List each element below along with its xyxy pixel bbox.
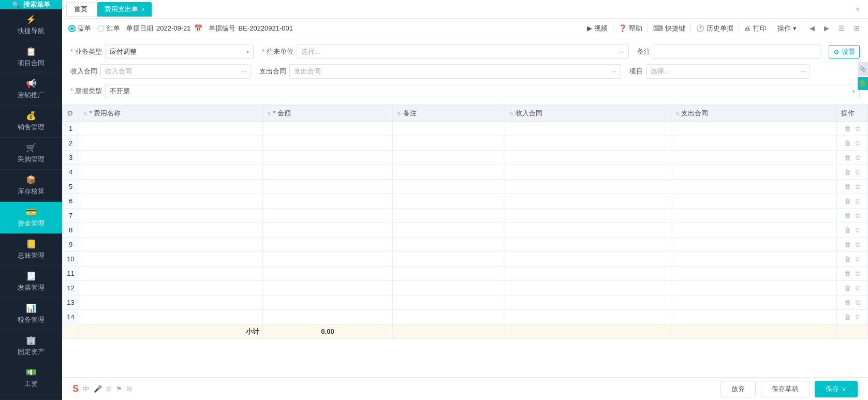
delete-icon[interactable]: 🗑 [844,168,851,176]
copy-icon[interactable]: ⧉ [856,197,860,205]
copy-icon[interactable]: ⧉ [856,226,860,234]
cell-name[interactable] [79,310,263,324]
table-row[interactable]: 11 🗑 ⧉ [63,266,868,281]
cell-amount[interactable] [262,252,392,266]
cell-remark[interactable] [393,295,505,310]
tab-close-icon[interactable]: × [141,6,144,12]
cell-remark[interactable] [393,136,505,151]
sidebar-item-capital[interactable]: 💳 资金管理 [0,202,62,234]
cell-amount[interactable] [262,194,392,209]
delete-icon[interactable]: 🗑 [844,241,851,248]
cell-income-contract[interactable] [505,266,671,281]
income-contract-dots[interactable]: ··· [241,68,246,75]
next-icon[interactable]: ▶ [822,23,831,33]
delete-icon[interactable]: 🗑 [844,197,851,205]
table-row[interactable]: 5 🗑 ⧉ [63,180,868,194]
copy-icon[interactable]: ⧉ [856,125,860,132]
mic-icon[interactable]: 🎤 [94,385,102,393]
cell-amount[interactable] [262,295,392,310]
zhong-icon[interactable]: 中 [83,384,90,394]
cell-expense-contract[interactable] [671,136,836,151]
cell-remark[interactable] [393,310,505,324]
copy-icon[interactable]: ⧉ [856,284,860,292]
table-row[interactable]: 6 🗑 ⧉ [63,194,868,209]
copy-icon[interactable]: ⧉ [856,139,860,147]
table-row[interactable]: 1 🗑 ⧉ [63,122,868,136]
delete-icon[interactable]: 🗑 [844,183,851,190]
project-select[interactable]: 选择... ··· [646,64,810,79]
sort-arrows4[interactable]: ⇅ [509,111,513,116]
cell-remark[interactable] [393,180,505,194]
cell-expense-contract[interactable] [671,266,836,281]
attachment-btn[interactable]: 📎 [858,62,868,76]
help-btn[interactable]: ❓ 帮助 [619,24,642,33]
tab-home[interactable]: 首页 [66,2,95,17]
discard-button[interactable]: 放弃 [720,381,756,397]
cell-name[interactable] [79,281,263,295]
settings-button[interactable]: ⚙ 设置 [829,45,860,58]
cell-amount[interactable] [262,266,392,281]
config-col-header[interactable]: ⚙ [63,106,79,122]
copy-icon[interactable]: ⧉ [856,168,860,176]
delete-icon[interactable]: 🗑 [844,299,851,306]
table-row[interactable]: 7 🗑 ⧉ [63,209,868,223]
sort-arrows5[interactable]: ⇅ [675,111,680,116]
cell-amount[interactable] [262,151,392,165]
table-row[interactable]: 12 🗑 ⧉ [63,281,868,295]
cell-remark[interactable] [393,281,505,295]
screen-icon[interactable]: ⊞ [106,385,112,393]
cell-name[interactable] [79,165,263,180]
table-row[interactable]: 9 🗑 ⧉ [63,238,868,252]
cell-expense-contract[interactable] [671,238,836,252]
sort-arrows3[interactable]: ⇅ [397,111,401,116]
delete-icon[interactable]: 🗑 [844,125,851,132]
copy-icon[interactable]: ⧉ [856,270,860,277]
cell-income-contract[interactable] [505,310,671,324]
cell-income-contract[interactable] [505,151,671,165]
video-btn[interactable]: ▶ 视频 [587,24,608,33]
cell-name[interactable] [79,180,263,194]
delete-icon[interactable]: 🗑 [844,154,851,161]
cell-name[interactable] [79,136,263,151]
sidebar-search[interactable]: 🔍 搜索菜单 [0,0,62,9]
prev-icon[interactable]: ◀ [807,23,817,33]
delete-icon[interactable]: 🗑 [844,313,851,321]
grid-view-icon[interactable]: ⊞ [852,23,862,33]
remark-input[interactable] [654,45,820,59]
cell-income-contract[interactable] [505,165,671,180]
green-float-btn[interactable]: 🟢 [858,77,868,90]
cell-name[interactable] [79,209,263,223]
cell-income-contract[interactable] [505,180,671,194]
copy-icon[interactable]: ⧉ [856,183,860,190]
cell-expense-contract[interactable] [671,209,836,223]
project-dots[interactable]: ··· [800,68,805,75]
business-type-select[interactable]: 应付调整 ▾ [105,45,254,59]
radio-red[interactable]: 红单 [97,24,120,33]
cell-amount[interactable] [262,209,392,223]
cell-expense-contract[interactable] [671,122,836,136]
cell-name[interactable] [79,266,263,281]
cell-remark[interactable] [393,266,505,281]
table-row[interactable]: 13 🗑 ⧉ [63,295,868,310]
save-draft-button[interactable]: 保存草稿 [761,381,810,397]
date-value[interactable]: 2022-09-21 [156,24,191,32]
cell-remark[interactable] [393,194,505,209]
operations-btn[interactable]: 操作 ▾ [777,24,797,33]
cell-income-contract[interactable] [505,252,671,266]
sort-arrows2[interactable]: ⇅ [267,111,271,116]
radio-blue[interactable]: 蓝单 [68,24,91,33]
expense-contract-select[interactable]: 支出合同 ··· [289,64,621,79]
invoice-type-select[interactable]: 不开票 ▾ [105,84,860,98]
cell-expense-contract[interactable] [671,223,836,238]
cell-remark[interactable] [393,122,505,136]
sidebar-item-fixed-assets[interactable]: 🏢 固定资产 [0,330,62,362]
delete-icon[interactable]: 🗑 [844,212,851,219]
counterpart-dots[interactable]: ··· [619,48,624,55]
table-row[interactable]: 10 🗑 ⧉ [63,252,868,266]
copy-icon[interactable]: ⧉ [856,255,860,263]
table-row[interactable]: 8 🗑 ⧉ [63,223,868,238]
flag-icon[interactable]: ⚑ [116,385,122,393]
cell-expense-contract[interactable] [671,252,836,266]
cell-remark[interactable] [393,151,505,165]
cell-amount[interactable] [262,310,392,324]
